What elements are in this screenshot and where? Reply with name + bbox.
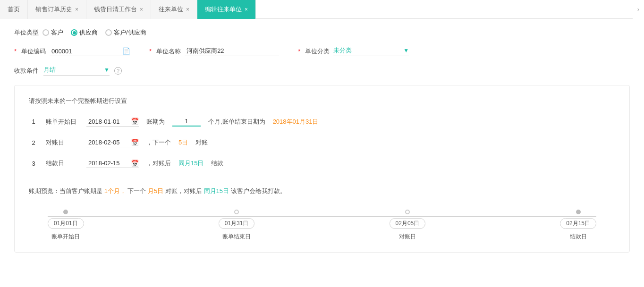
tab-cash-work[interactable]: 钱货日清工作台 × xyxy=(86,0,151,19)
tab-label: 往来单位 xyxy=(159,5,183,14)
radio-group: 客户 供应商 客户/供应商 xyxy=(42,28,146,37)
period-label-1: 账单开始日 xyxy=(46,118,79,126)
preview-part4: 该客户会给我打款。 xyxy=(231,187,286,194)
unit-category-select[interactable]: 未分类 ▼ xyxy=(333,46,409,56)
unit-type-row: 单位类型 客户 供应商 客户/供应商 xyxy=(14,28,630,37)
preview-section: 账期预览：当前客户账期是 1个月， 下一个 月5日 对账，对账后 同月15日 该… xyxy=(29,182,615,205)
timeline-dot-end xyxy=(576,210,581,214)
file-icon[interactable]: 📄 xyxy=(122,47,130,55)
tab-edit-partner[interactable]: 编辑往来单位 × xyxy=(197,0,256,19)
period-row-3: 3 结款日 📅 ，对账后 同月15日 结款 xyxy=(29,159,615,168)
timeline-badge-3: 02月05日 xyxy=(390,218,426,229)
unit-name-label: 单位名称 xyxy=(156,47,181,56)
radio-customer[interactable]: 客户 xyxy=(42,28,63,37)
timeline-dot-start xyxy=(63,210,68,214)
timeline-points: 01月01日 账单开始日 01月31日 账单结束日 02月05日 对账日 02月… xyxy=(48,210,596,241)
timeline-badge-1: 01月01日 xyxy=(48,218,84,229)
timeline-point-2: 01月31日 账单结束日 xyxy=(219,210,255,241)
timeline-point-3: 02月05日 对账日 xyxy=(390,210,426,241)
period-desc-highlight-1: 2018年01月31日 xyxy=(273,118,319,126)
payment-terms-value: 月结 xyxy=(43,66,102,74)
radio-supplier[interactable]: 供应商 xyxy=(71,28,98,37)
unit-code-label: 单位编码 xyxy=(21,47,46,56)
period-desc-suffix-2: 对账 xyxy=(195,138,208,147)
preview-part3-highlight: 同月15日 xyxy=(204,187,229,194)
period-num-2: 2 xyxy=(29,139,38,146)
timeline-dot-2 xyxy=(234,210,239,214)
preview-label: 账期预览：当前客户账期是 xyxy=(29,187,102,194)
timeline-label-1: 账单开始日 xyxy=(51,233,80,241)
unit-category-value: 未分类 xyxy=(333,46,401,55)
tabs-bar: 首页 销售订单历史 × 钱货日清工作台 × 往来单位 × 编辑往来单位 × › xyxy=(0,0,644,19)
tab-sales-order-history[interactable]: 销售订单历史 × xyxy=(28,0,86,19)
calendar-icon-1[interactable]: 📅 xyxy=(131,118,139,125)
period-label-3: 结款日 xyxy=(46,159,79,168)
help-icon[interactable]: ? xyxy=(114,67,122,75)
calendar-icon-3[interactable]: 📅 xyxy=(131,160,139,167)
radio-circle-both xyxy=(105,29,112,36)
period-row-1: 1 账单开始日 📅 账期为 个月,账单结束日期为 2018年01月31日 xyxy=(29,117,615,127)
date-input-3[interactable] xyxy=(86,159,129,168)
tab-home[interactable]: 首页 xyxy=(0,0,28,19)
unit-category-field: * 单位分类 未分类 ▼ xyxy=(298,46,409,56)
period-desc-highlight-3: 同月15日 xyxy=(178,159,203,168)
period-desc-prefix-3: ，对账后 xyxy=(146,159,171,168)
radio-circle-customer xyxy=(42,29,49,36)
card-title: 请按照未来的一个完整帐期进行设置 xyxy=(29,97,615,105)
timeline-wrapper: 01月01日 账单开始日 01月31日 账单结束日 02月05日 对账日 02月… xyxy=(29,210,615,241)
timeline-label-2: 账单结束日 xyxy=(222,233,251,241)
period-desc-suffix-1: 个月,账单结束日期为 xyxy=(208,118,265,126)
unit-name-field: * 单位名称 xyxy=(149,47,279,56)
period-desc-1: 账期为 xyxy=(146,118,165,126)
payment-terms-select[interactable]: 月结 ▼ xyxy=(43,66,110,76)
date-input-2[interactable] xyxy=(86,138,129,147)
radio-supplier-label: 供应商 xyxy=(79,28,98,37)
timeline-label-3: 对账日 xyxy=(399,233,416,241)
timeline-point-end: 02月15日 结款日 xyxy=(560,210,596,241)
month-input[interactable] xyxy=(172,117,201,127)
close-icon[interactable]: × xyxy=(245,6,248,13)
timeline-badge-2: 01月31日 xyxy=(219,218,255,229)
unit-category-label: 单位分类 xyxy=(305,47,330,56)
timeline-point-start: 01月01日 账单开始日 xyxy=(48,210,84,241)
unit-code-input[interactable] xyxy=(50,47,120,56)
date-field-3: 📅 xyxy=(86,159,139,168)
tab-home-label: 首页 xyxy=(8,5,20,14)
preview-part2-highlight: 月5日 xyxy=(148,187,163,194)
preview-part3-plain: 对账，对账后 xyxy=(165,187,202,194)
chevron-down-icon: ▼ xyxy=(403,47,409,54)
preview-part2-plain: 下一个 xyxy=(127,187,146,194)
timeline-label-4: 结款日 xyxy=(570,233,587,241)
date-field-1: 📅 xyxy=(86,117,139,127)
unit-name-input[interactable] xyxy=(185,47,279,56)
unit-type-label: 单位类型 xyxy=(14,28,39,37)
unit-info-row: * 单位编码 📄 * 单位名称 * 单位分类 未分类 ▼ xyxy=(14,46,630,56)
date-input-1[interactable] xyxy=(86,117,129,126)
tab-label: 编辑往来单位 xyxy=(205,5,242,14)
close-icon[interactable]: × xyxy=(75,6,78,13)
calendar-icon-2[interactable]: 📅 xyxy=(131,139,139,146)
close-icon[interactable]: × xyxy=(140,6,143,13)
close-icon[interactable]: × xyxy=(186,6,189,13)
tab-partner-unit[interactable]: 往来单位 × xyxy=(151,0,197,19)
radio-customer-label: 客户 xyxy=(51,28,63,37)
period-num-1: 1 xyxy=(29,118,38,125)
period-desc-suffix-3: 结款 xyxy=(211,159,223,168)
period-desc-highlight-2: 5日 xyxy=(178,138,188,147)
unit-type-field: 单位类型 客户 供应商 客户/供应商 xyxy=(14,28,146,37)
date-field-2: 📅 xyxy=(86,138,139,147)
period-label-2: 对账日 xyxy=(46,138,79,147)
preview-part1: 1个月， xyxy=(104,187,126,194)
radio-both-label: 客户/供应商 xyxy=(114,28,146,37)
unit-code-input-wrapper: 📄 xyxy=(50,47,130,56)
radio-both[interactable]: 客户/供应商 xyxy=(105,28,146,37)
tab-arrow[interactable]: › xyxy=(633,0,644,19)
required-star: * xyxy=(298,48,300,55)
chevron-down-icon: ▼ xyxy=(104,67,110,73)
settings-card: 请按照未来的一个完整帐期进行设置 1 账单开始日 📅 账期为 个月,账单结束日期… xyxy=(14,85,630,253)
tab-label: 钱货日清工作台 xyxy=(94,5,137,14)
payment-terms-row: 收款条件 月结 ▼ ? xyxy=(14,66,630,76)
timeline-badge-4: 02月15日 xyxy=(560,218,596,229)
unit-code-field: * 单位编码 📄 xyxy=(14,47,130,56)
timeline-dot-3 xyxy=(405,210,410,214)
